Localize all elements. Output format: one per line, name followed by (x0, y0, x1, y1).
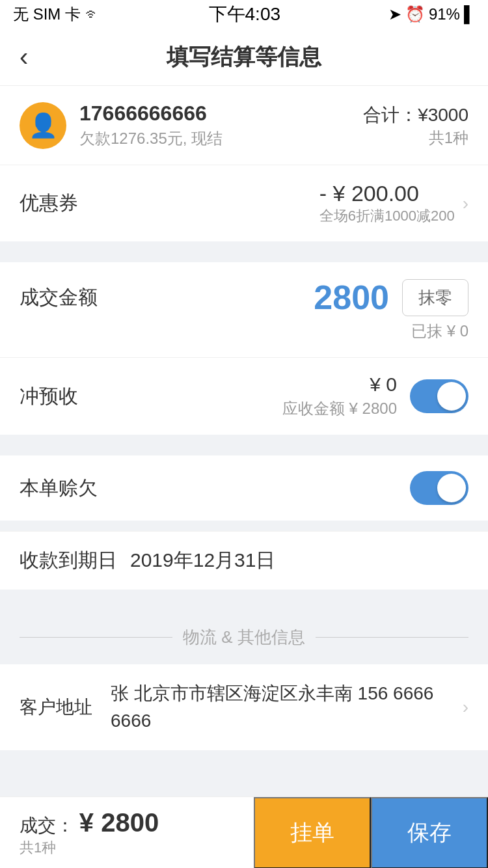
total-label: 合计： (363, 105, 418, 125)
customer-left: 👤 17666666666 欠款1276.35元, 现结 (20, 102, 223, 149)
nav-bar: ‹ 填写结算等信息 (0, 29, 488, 86)
bottom-count: 共1种 (20, 838, 234, 858)
amount-label: 成交金额 (20, 284, 98, 311)
address-chevron-icon: › (463, 697, 468, 718)
bottom-summary: 成交： ¥ 2800 共1种 (0, 808, 254, 858)
divider-line-left (20, 637, 172, 638)
round-button[interactable]: 抹零 (402, 279, 468, 316)
amount-section: 成交金额 2800 抹零 已抹 ¥ 0 (0, 262, 488, 357)
writeoff-toggle[interactable] (410, 471, 468, 505)
customer-row: 👤 17666666666 欠款1276.35元, 现结 合计：¥3000 共1… (0, 86, 488, 165)
writeoff-toggle-knob (437, 474, 466, 502)
writeoff-section: 本单赊欠 (0, 455, 488, 521)
address-value: 张 北京市市辖区海淀区永丰南 156 6666 6666 (111, 680, 450, 735)
amount-value: 2800 (314, 278, 389, 317)
prepay-toggle[interactable] (410, 379, 468, 413)
customer-subtext: 欠款1276.35元, 现结 (79, 128, 223, 149)
total-count: 共1种 (363, 128, 468, 148)
customer-card: 👤 17666666666 欠款1276.35元, 现结 合计：¥3000 共1… (0, 86, 488, 241)
back-button[interactable]: ‹ (20, 42, 59, 72)
alarm-icon: ⏰ (405, 5, 425, 23)
battery-icon: ▌ (464, 5, 475, 23)
status-left: 无 SIM 卡 ᯤ (13, 4, 101, 25)
status-time: 下午4:03 (209, 2, 281, 27)
amount-row: 成交金额 2800 抹零 (20, 278, 468, 317)
coupon-label: 优惠券 (20, 190, 78, 217)
bottom-deal-amount: ¥ 2800 (79, 808, 159, 837)
toggle-knob (437, 382, 466, 411)
bottom-deal-row: 成交： ¥ 2800 (20, 808, 234, 838)
prepay-amount: ¥ 0 (282, 373, 397, 396)
logistics-label: 物流 & 其他信息 (183, 626, 305, 649)
chevron-right-icon: › (463, 193, 468, 214)
bottom-deal-label: 成交： (20, 815, 74, 835)
total-label-amount: 合计：¥3000 (363, 103, 468, 128)
due-date-value: 2019年12月31日 (130, 547, 275, 574)
writeoff-label: 本单赊欠 (20, 475, 98, 502)
status-bar: 无 SIM 卡 ᯤ 下午4:03 ➤ ⏰ 91% ▌ (0, 0, 488, 29)
content-area: 👤 17666666666 欠款1276.35元, 现结 合计：¥3000 共1… (0, 86, 488, 868)
hang-button[interactable]: 挂单 (254, 797, 371, 869)
address-label: 客户地址 (20, 695, 98, 720)
avatar: 👤 (20, 102, 66, 149)
due-date-row: 收款到期日 2019年12月31日 (0, 531, 488, 590)
address-row[interactable]: 客户地址 张 北京市市辖区海淀区永丰南 156 6666 6666 › (0, 664, 488, 750)
prepay-right: ¥ 0 应收金额 ¥ 2800 (282, 373, 468, 419)
section-divider-3 (0, 600, 488, 610)
status-right: ➤ ⏰ 91% ▌ (388, 5, 475, 23)
save-button[interactable]: 保存 (371, 797, 488, 869)
customer-total: 合计：¥3000 共1种 (363, 103, 468, 148)
section-divider-2 (0, 445, 488, 455)
coupon-row[interactable]: 优惠券 - ¥ 200.00 全场6折满1000减200 › (0, 165, 488, 241)
amount-right: 2800 抹零 (314, 278, 468, 317)
customer-info: 17666666666 欠款1276.35元, 现结 (79, 102, 223, 149)
logistics-divider: 物流 & 其他信息 (0, 610, 488, 664)
coupon-right: - ¥ 200.00 全场6折满1000减200 › (319, 181, 468, 226)
coupon-description: 全场6折满1000减200 (319, 206, 455, 226)
avatar-icon: 👤 (29, 112, 58, 139)
prepay-subtext: 应收金额 ¥ 2800 (282, 398, 397, 419)
bottom-bar: 成交： ¥ 2800 共1种 挂单 保存 (0, 796, 488, 868)
sim-status: 无 SIM 卡 ᯤ (13, 4, 101, 25)
amount-subtext: 已抹 ¥ 0 (20, 321, 468, 342)
section-divider-1 (0, 252, 488, 262)
due-date-label: 收款到期日 (20, 547, 117, 574)
location-icon: ➤ (388, 5, 401, 23)
prepay-info: ¥ 0 应收金额 ¥ 2800 (282, 373, 397, 419)
battery-text: 91% (429, 5, 460, 23)
prepay-row: 冲预收 ¥ 0 应收金额 ¥ 2800 (0, 357, 488, 435)
customer-phone: 17666666666 (79, 102, 223, 126)
prepay-label: 冲预收 (20, 383, 78, 410)
total-amount: ¥3000 (418, 105, 468, 125)
page-title: 填写结算等信息 (167, 42, 321, 72)
coupon-discount: - ¥ 200.00 (319, 181, 455, 206)
divider-line-right (316, 637, 468, 638)
